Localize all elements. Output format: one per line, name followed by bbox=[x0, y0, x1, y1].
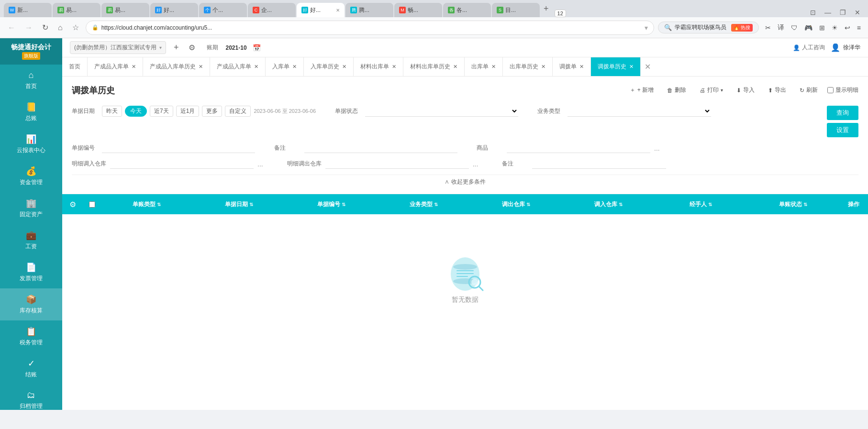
sidebar-item-funds[interactable]: 💰 资金管理 bbox=[0, 160, 62, 192]
window-minimize[interactable]: — bbox=[821, 8, 835, 17]
browser-tab-6[interactable]: C 企... bbox=[248, 3, 296, 17]
date-7days-btn[interactable]: 近7天 bbox=[150, 106, 173, 117]
back-button[interactable]: ← bbox=[5, 22, 18, 34]
print-button[interactable]: 🖨 打印 ▾ bbox=[696, 84, 727, 96]
sun-icon[interactable]: ☀ bbox=[829, 23, 840, 33]
address-dropdown-icon[interactable]: ▾ bbox=[645, 24, 648, 32]
page-tab-8[interactable]: 出库单 ✕ bbox=[465, 57, 503, 77]
refresh-page-button[interactable]: ↻ 刷新 bbox=[796, 84, 822, 96]
to-wh-input[interactable] bbox=[325, 159, 469, 169]
sidebar-item-close[interactable]: ✓ 结账 bbox=[0, 352, 62, 385]
home-button[interactable]: ⌂ bbox=[55, 22, 66, 34]
browser-tab-2[interactable]: 易 易... bbox=[53, 3, 100, 17]
shield-icon[interactable]: 🛡 bbox=[789, 23, 800, 33]
sidebar-item-home[interactable]: ⌂ 首页 bbox=[0, 65, 62, 96]
docno-input[interactable] bbox=[102, 143, 255, 153]
browser-tab-5[interactable]: 个 个... bbox=[199, 3, 247, 17]
undo-icon[interactable]: ↩ bbox=[842, 23, 853, 33]
tab-4-close[interactable]: ✕ bbox=[292, 64, 297, 70]
scissors-icon[interactable]: ✂ bbox=[763, 23, 773, 33]
menu-icon[interactable]: ≡ bbox=[855, 23, 863, 33]
remark-input[interactable] bbox=[304, 143, 457, 153]
tab-3-close[interactable]: ✕ bbox=[254, 64, 258, 70]
translate-icon[interactable]: 译 bbox=[775, 22, 787, 33]
date-1month-btn[interactable]: 近1月 bbox=[176, 106, 200, 117]
sidebar-item-archive[interactable]: 🗂 归档管理 bbox=[0, 385, 62, 410]
biz-type-select[interactable] bbox=[568, 106, 711, 117]
import-button[interactable]: ⬇ 导入 bbox=[733, 84, 758, 96]
tab-7-close[interactable]: ✕ bbox=[453, 64, 457, 70]
sidebar-item-ledger[interactable]: 📒 总账 bbox=[0, 96, 62, 128]
filter-settings-button[interactable]: 设置 bbox=[827, 123, 858, 137]
sidebar-item-salary[interactable]: 💼 工资 bbox=[0, 224, 62, 256]
browser-tab-10[interactable]: 各 各... bbox=[443, 3, 491, 17]
date-yesterday-btn[interactable]: 昨天 bbox=[102, 106, 122, 117]
page-tab-6[interactable]: 材料出库单 ✕ bbox=[354, 57, 403, 77]
th-to-wh[interactable]: 调入仓库 ⇅ bbox=[562, 200, 655, 209]
goods-input[interactable] bbox=[507, 143, 650, 153]
browser-tab-3[interactable]: 易 易... bbox=[101, 3, 149, 17]
tab-close-7[interactable]: ✕ bbox=[336, 8, 340, 13]
address-bar[interactable]: 🔒 https://cloud.chanjet.com/accounting/u… bbox=[86, 21, 654, 35]
window-tab-icon[interactable]: ⊡ bbox=[806, 8, 820, 17]
th-biz-type[interactable]: 业务类型 ⇅ bbox=[378, 200, 470, 209]
browser-tab-9[interactable]: M 畅... bbox=[394, 3, 442, 17]
date-today-btn[interactable]: 今天 bbox=[125, 106, 147, 117]
to-wh-ellipsis-icon[interactable]: ... bbox=[473, 160, 479, 168]
show-all-checkbox[interactable] bbox=[827, 87, 834, 93]
sidebar-item-inventory[interactable]: 📦 库存核算 bbox=[0, 288, 62, 320]
browser-tab-7[interactable]: 好 好... ✕ bbox=[297, 3, 345, 17]
export-button[interactable]: ⬆ 导出 bbox=[764, 84, 790, 96]
game-icon[interactable]: 🎮 bbox=[802, 23, 815, 33]
date-custom-btn[interactable]: 自定义 bbox=[225, 106, 251, 117]
th-doc-type[interactable]: 单账类型 ⇅ bbox=[100, 200, 193, 209]
page-tab-home[interactable]: 首页 bbox=[62, 57, 88, 77]
sidebar-item-invoice[interactable]: 📄 发票管理 bbox=[0, 256, 62, 288]
user-info[interactable]: 👤 徐泽华 bbox=[831, 43, 860, 52]
search-bar[interactable]: 🔍 学霸应聘职场驱鸟员 🔥 热搜 bbox=[658, 22, 759, 33]
tab-10-close[interactable]: ✕ bbox=[579, 64, 584, 70]
grid-icon[interactable]: ⊞ bbox=[817, 23, 827, 33]
page-tab-5[interactable]: 入库单历史 ✕ bbox=[304, 57, 354, 77]
page-tab-11[interactable]: 调拨单历史 ✕ bbox=[591, 57, 641, 77]
table-gear-button[interactable]: ⚙ bbox=[62, 200, 83, 209]
tab-bar-close[interactable]: ✕ bbox=[641, 62, 655, 71]
tab-8-close[interactable]: ✕ bbox=[491, 64, 496, 70]
page-tab-4[interactable]: 入库单 ✕ bbox=[266, 57, 304, 77]
settings-gear-icon[interactable]: ⚙ bbox=[187, 43, 197, 52]
page-tab-9[interactable]: 出库单历史 ✕ bbox=[503, 57, 553, 77]
browser-tab-8[interactable]: 腾 腾... bbox=[345, 3, 393, 17]
forward-button[interactable]: → bbox=[22, 22, 35, 34]
collapse-more-button[interactable]: ∧ 收起更多条件 bbox=[72, 175, 858, 189]
page-tab-2[interactable]: 产成品入库单历史 ✕ bbox=[143, 57, 210, 77]
tab-9-close[interactable]: ✕ bbox=[541, 64, 545, 70]
detail-remark-input[interactable] bbox=[532, 159, 666, 169]
window-close[interactable]: ✕ bbox=[851, 8, 864, 17]
table-select-all[interactable] bbox=[83, 201, 100, 208]
th-doc-no[interactable]: 单据编号 ⇅ bbox=[285, 200, 378, 209]
tab-11-close[interactable]: ✕ bbox=[629, 64, 634, 70]
th-doc-status[interactable]: 单账状态 ⇅ bbox=[747, 200, 839, 209]
sidebar-item-assets[interactable]: 🏢 固定资产 bbox=[0, 192, 62, 224]
new-button[interactable]: ＋ + 新增 bbox=[626, 84, 657, 96]
goods-ellipsis-icon[interactable]: ... bbox=[654, 144, 660, 152]
from-wh-input[interactable] bbox=[110, 159, 254, 169]
browser-tab-11[interactable]: S 目... bbox=[492, 3, 540, 17]
new-tab-button[interactable]: + bbox=[541, 4, 552, 14]
tab-6-close[interactable]: ✕ bbox=[392, 64, 396, 70]
consult-button[interactable]: 👤 人工咨询 bbox=[793, 44, 825, 52]
company-selector[interactable]: (勿删勿禁用）江西服宝测试专用 ▾ bbox=[70, 41, 166, 54]
calendar-icon[interactable]: 📅 bbox=[253, 44, 261, 52]
page-tab-7[interactable]: 材料出库单历史 ✕ bbox=[403, 57, 465, 77]
tab-2-close[interactable]: ✕ bbox=[199, 64, 203, 70]
browser-tab-4[interactable]: 好 好... bbox=[150, 3, 198, 17]
th-handler[interactable]: 经手人 ⇅ bbox=[655, 200, 747, 209]
bookmark-button[interactable]: ☆ bbox=[69, 21, 82, 34]
query-button[interactable]: 查询 bbox=[827, 106, 858, 120]
status-select[interactable] bbox=[365, 106, 518, 117]
th-doc-date[interactable]: 单据日期 ⇅ bbox=[193, 200, 285, 209]
select-all-checkbox[interactable] bbox=[89, 201, 95, 208]
page-tab-1[interactable]: 产成品入库单 ✕ bbox=[88, 57, 143, 77]
th-from-wh[interactable]: 调出仓库 ⇅ bbox=[470, 200, 562, 209]
from-wh-ellipsis-icon[interactable]: ... bbox=[257, 160, 263, 168]
